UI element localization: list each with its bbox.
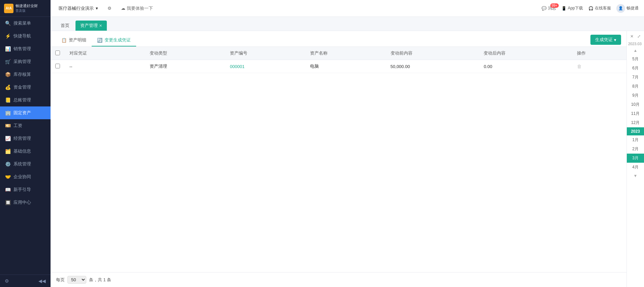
sidebar-logo: AtA 畅捷通好业财 普及版: [0, 0, 51, 17]
lightning-icon: ⚡: [5, 33, 11, 39]
grid-icon: 🔲: [5, 200, 11, 205]
sidebar-item-inventory[interactable]: 📦 库存核算: [0, 68, 51, 81]
cal-month-2[interactable]: 2月: [627, 145, 644, 154]
row-action-cell: 🗑: [572, 60, 626, 73]
tab-home[interactable]: 首页: [56, 21, 74, 31]
headset-icon: 🎧: [588, 6, 593, 11]
row-change-type: 资产清理: [145, 60, 225, 73]
sidebar: AtA 畅捷通好业财 普及版 🔍 搜索菜单 ⚡ 快捷导航 📊 销售管理 🛒 采购…: [0, 0, 51, 287]
sidebar-item-guide[interactable]: 📖 新手引导: [0, 183, 51, 196]
tab-close-icon[interactable]: ✕: [99, 24, 102, 28]
sidebar-item-finance[interactable]: 💰 资金管理: [0, 81, 51, 94]
company-name: 医疗器械行业演示: [59, 5, 94, 11]
delete-button[interactable]: 🗑: [577, 64, 582, 69]
sales-icon: 📊: [5, 46, 11, 52]
sidebar-item-search[interactable]: 🔍 搜索菜单: [0, 17, 51, 30]
col-asset-code: 资产编号: [225, 47, 305, 60]
gear-icon: ⚙️: [5, 161, 11, 167]
cal-month-5[interactable]: 5月: [627, 55, 644, 64]
folder-icon: 🗂️: [5, 149, 11, 154]
cal-month-4[interactable]: 4月: [627, 163, 644, 172]
purchase-icon: 🛒: [5, 59, 11, 64]
company-selector[interactable]: 医疗器械行业演示 ▾: [56, 4, 101, 13]
cal-month-7[interactable]: 7月: [627, 73, 644, 82]
panel-close-button[interactable]: ✕: [629, 33, 635, 40]
calendar-year-header: 2023.03: [627, 41, 644, 46]
table-container: 对应凭证 变动类型 资产编号 资产名称 变动前内容 变动后内容 操作: [51, 47, 626, 272]
messages-button[interactable]: 💬 消息 99+: [542, 5, 556, 11]
cal-month-1[interactable]: 1月: [627, 135, 644, 145]
tab-change-voucher[interactable]: 🔄 变更生成凭证: [92, 34, 136, 46]
sidebar-item-basic-info[interactable]: 🗂️ 基础信息: [0, 145, 51, 158]
calendar-next-button[interactable]: ▼: [632, 172, 640, 180]
finance-icon: 💰: [5, 85, 11, 90]
sidebar-item-quick-nav[interactable]: ⚡ 快捷导航: [0, 30, 51, 42]
experience-button[interactable]: ☁ 我要体验一下: [118, 4, 156, 13]
row-checkbox[interactable]: [55, 64, 60, 68]
generate-voucher-button[interactable]: 生成凭证 ▾: [590, 35, 621, 45]
col-change-type: 变动类型: [145, 47, 225, 60]
per-page-label: 每页: [56, 277, 65, 283]
settings-button[interactable]: ⚙: [105, 4, 114, 13]
table-row: -- 资产清理 000001 电脑 50,000.00 0.00 🗑: [51, 60, 626, 73]
user-name: 畅捷通: [626, 5, 639, 11]
panel-expand-button[interactable]: ⤢: [636, 33, 642, 40]
sidebar-item-fixed-assets[interactable]: 🏢 固定资产: [0, 106, 51, 119]
row-asset-code: 000001: [225, 60, 305, 73]
tab-asset-mgmt[interactable]: 资产管理 ✕: [75, 21, 107, 31]
cal-month-8[interactable]: 8月: [627, 82, 644, 91]
tab-bar: 首页 资产管理 ✕: [51, 17, 644, 31]
collapse-sidebar-icon[interactable]: ◀◀: [38, 278, 46, 284]
col-checkbox: [51, 47, 65, 60]
cal-month-3[interactable]: 3月: [627, 154, 644, 163]
calendar-year-badge[interactable]: 2023: [627, 127, 644, 135]
logo-text: 畅捷通好业财: [16, 3, 38, 8]
settings-gear-icon[interactable]: ⚙: [5, 278, 9, 284]
table-icon: 📋: [61, 38, 67, 43]
sidebar-item-app-center[interactable]: 🔲 应用中心: [0, 196, 51, 209]
cal-month-12[interactable]: 12月: [627, 118, 644, 127]
sidebar-item-salary[interactable]: 💴 工资: [0, 119, 51, 132]
book-icon: 📖: [5, 187, 11, 192]
dropdown-arrow-icon: ▾: [614, 37, 616, 42]
cal-month-6[interactable]: 6月: [627, 64, 644, 73]
sidebar-item-system[interactable]: ⚙️ 系统管理: [0, 158, 51, 170]
user-profile-button[interactable]: 👤 畅捷通: [616, 4, 639, 13]
sidebar-bottom: ⚙ ◀◀: [0, 275, 51, 287]
chevron-down-icon: ▾: [96, 6, 98, 11]
pagination: 每页 50 10 20 100 条，共 1 条: [51, 272, 626, 287]
inner-tabs-right: 生成凭证 ▾: [590, 35, 621, 46]
main-area: 医疗器械行业演示 ▾ ⚙ ☁ 我要体验一下 💬 消息 99+ 📱 App下载 🎧…: [51, 0, 644, 287]
cal-month-10[interactable]: 10月: [627, 100, 644, 109]
sidebar-item-enterprise[interactable]: 🤝 企业协同: [0, 170, 51, 183]
customer-service-button[interactable]: 🎧 在线客服: [588, 5, 611, 11]
message-icon: 💬: [542, 6, 547, 11]
select-all-checkbox[interactable]: [55, 51, 60, 55]
building-icon: 🏢: [5, 110, 11, 116]
app-download-button[interactable]: 📱 App下载: [561, 5, 583, 11]
cloud-icon: ☁: [121, 6, 125, 11]
sidebar-item-sales[interactable]: 📊 销售管理: [0, 42, 51, 55]
phone-icon: 📱: [561, 6, 566, 11]
row-before-change: 50,000.00: [386, 60, 479, 73]
content-area: 📋 资产明细 🔄 变更生成凭证 生成凭证 ▾: [51, 31, 644, 287]
col-action: 操作: [572, 47, 626, 60]
sidebar-item-purchase[interactable]: 🛒 采购管理: [0, 55, 51, 68]
total-label: 条，共 1 条: [89, 277, 111, 283]
cal-month-11[interactable]: 11月: [627, 109, 644, 118]
per-page-select[interactable]: 50 10 20 100: [67, 276, 86, 284]
inventory-icon: 📦: [5, 72, 11, 77]
search-icon: 🔍: [5, 21, 11, 26]
sidebar-item-ledger[interactable]: 📒 总账管理: [0, 94, 51, 106]
tab-asset-detail[interactable]: 📋 资产明细: [56, 34, 92, 46]
cal-month-9[interactable]: 9月: [627, 91, 644, 100]
salary-icon: 💴: [5, 123, 11, 128]
logo-icon: AtA: [4, 4, 13, 13]
inner-tabs: 📋 资产明细 🔄 变更生成凭证 生成凭证 ▾: [51, 31, 626, 47]
col-asset-name: 资产名称: [305, 47, 386, 60]
top-header: 医疗器械行业演示 ▾ ⚙ ☁ 我要体验一下 💬 消息 99+ 📱 App下载 🎧…: [51, 0, 644, 17]
sidebar-nav: 🔍 搜索菜单 ⚡ 快捷导航 📊 销售管理 🛒 采购管理 📦 库存核算 💰 资金管…: [0, 17, 51, 275]
sidebar-item-operations[interactable]: 📈 经营管理: [0, 132, 51, 145]
data-table: 对应凭证 变动类型 资产编号 资产名称 变动前内容 变动后内容 操作: [51, 47, 626, 73]
calendar-prev-button[interactable]: ▲: [632, 46, 640, 55]
